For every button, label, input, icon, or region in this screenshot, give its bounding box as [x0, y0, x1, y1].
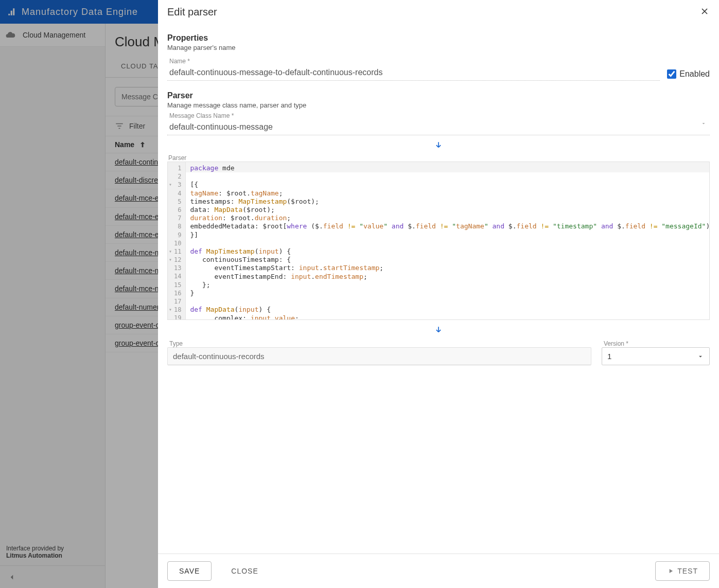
properties-sub: Manage parser's name — [167, 44, 710, 51]
modal-title: Edit parser — [167, 6, 217, 18]
message-class-label: Message Class Name * — [167, 112, 710, 119]
flow-arrow-2 — [167, 325, 710, 337]
edit-parser-modal: Edit parser Properties Manage parser's n… — [158, 0, 719, 588]
parser-code-label: Parser — [167, 154, 710, 162]
parser-code-editor[interactable]: 123▾4567891011▾12▾131415161718▾19 packag… — [167, 162, 710, 320]
name-label: Name * — [167, 58, 660, 65]
parser-heading: Parser — [167, 91, 710, 100]
test-button[interactable]: TEST — [655, 561, 710, 581]
close-button[interactable] — [699, 6, 710, 18]
properties-heading: Properties — [167, 33, 710, 43]
type-field — [167, 347, 591, 365]
chevron-down-icon — [697, 353, 704, 360]
arrow-down-icon — [433, 325, 444, 335]
version-select[interactable]: 1 — [602, 347, 710, 365]
close-icon — [699, 6, 710, 16]
flow-arrow-1 — [167, 140, 710, 152]
close-text-button[interactable]: CLOSE — [220, 562, 269, 580]
message-class-select[interactable] — [167, 119, 710, 135]
arrow-down-icon — [433, 140, 444, 151]
enabled-checkbox[interactable]: Enabled — [667, 69, 710, 81]
save-button[interactable]: SAVE — [167, 561, 212, 581]
parser-sub: Manage message class name, parser and ty… — [167, 101, 710, 109]
type-label: Type — [167, 340, 591, 347]
version-label: Version * — [602, 340, 710, 347]
play-icon — [667, 567, 674, 575]
name-input[interactable] — [167, 65, 660, 81]
